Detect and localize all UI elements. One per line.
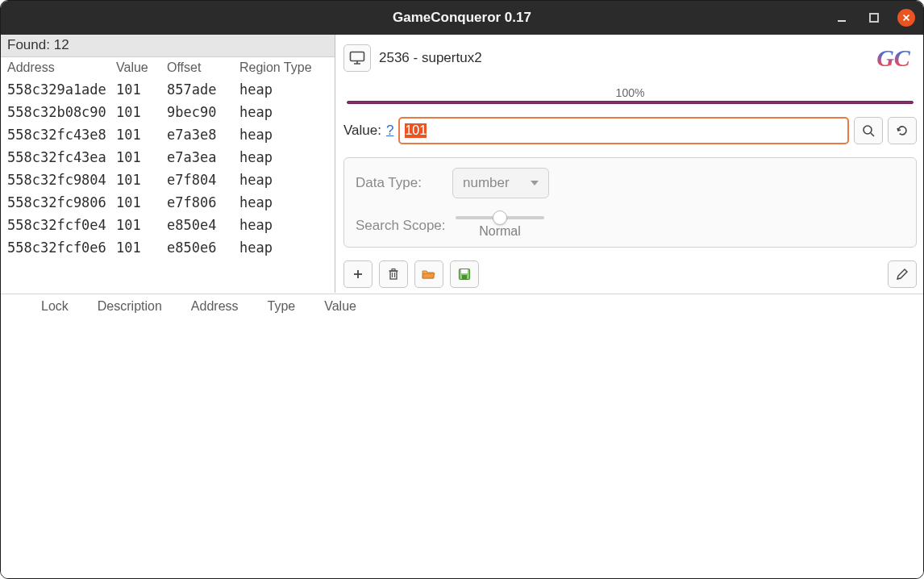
col-type[interactable]: Type [253, 299, 310, 314]
cell-address: 558c32fcf0e4 [7, 214, 116, 236]
value-label: Value: [343, 123, 381, 139]
found-count: 12 [54, 37, 69, 52]
found-text: Found: [7, 37, 50, 52]
scope-row: Search Scope: Normal [356, 210, 905, 239]
select-process-button[interactable] [343, 44, 371, 72]
col-value[interactable]: Value [310, 299, 371, 314]
cell-address: 558c329a1ade [7, 78, 116, 101]
cell-region: heap [239, 78, 328, 101]
cell-region: heap [239, 123, 328, 146]
close-button[interactable] [897, 9, 915, 27]
search-button[interactable] [854, 117, 883, 144]
cell-offset: e850e4 [167, 214, 239, 236]
reset-button[interactable] [888, 117, 917, 144]
cell-address: 558c32fc43e8 [7, 123, 116, 146]
cheat-table-body[interactable] [1, 319, 923, 578]
svg-rect-11 [390, 271, 397, 279]
save-button[interactable] [450, 260, 479, 288]
cell-value: 101 [116, 123, 167, 146]
cell-address: 558c32fc9806 [7, 191, 116, 214]
scope-value: Normal [479, 224, 521, 239]
cell-region: heap [239, 191, 328, 214]
table-row[interactable]: 558c329a1ade 101 857ade heap [1, 78, 335, 101]
table-row[interactable]: 558c32fc9806 101 e7f806 heap [1, 191, 335, 214]
scan-panel: 2536 - supertux2 GC 100% Value: ? [335, 35, 923, 293]
col-lock[interactable]: Lock [27, 299, 83, 314]
svg-rect-4 [351, 52, 364, 61]
progress-bar [347, 101, 914, 104]
table-row[interactable]: 558c32b08c90 101 9bec90 heap [1, 101, 335, 123]
results-body[interactable]: 558c329a1ade 101 857ade heap 558c32b08c9… [1, 78, 335, 259]
svg-rect-18 [462, 275, 467, 279]
table-row[interactable]: 558c32fc43e8 101 e7a3e8 heap [1, 123, 335, 146]
col-address[interactable]: Address [177, 299, 253, 314]
table-row[interactable]: 558c32fc43ea 101 e7a3ea heap [1, 146, 335, 169]
minimize-button[interactable] [833, 9, 851, 27]
col-description[interactable]: Description [83, 299, 177, 314]
col-address[interactable]: Address [7, 60, 116, 75]
folder-open-icon [422, 269, 436, 280]
value-row: Value: ? [343, 117, 917, 144]
cheat-toolbar [343, 260, 917, 288]
search-icon [862, 124, 875, 137]
cell-offset: e7a3ea [167, 146, 239, 169]
open-button[interactable] [414, 260, 443, 288]
value-help-link[interactable]: ? [386, 123, 393, 139]
plus-icon [352, 269, 364, 280]
window-title: GameConqueror 0.17 [393, 10, 531, 26]
cell-offset: 857ade [167, 78, 239, 101]
datatype-value: number [463, 175, 510, 191]
svg-point-7 [864, 126, 872, 134]
datatype-row: Data Type: number [356, 168, 905, 198]
process-row: 2536 - supertux2 GC [343, 40, 917, 77]
datatype-select[interactable]: number [452, 168, 549, 198]
options-box: Data Type: number Search Scope: Normal [343, 157, 917, 248]
add-button[interactable] [343, 260, 373, 288]
maximize-button[interactable] [865, 9, 883, 27]
delete-button[interactable] [379, 260, 408, 288]
cell-region: heap [239, 101, 328, 123]
cheat-table-header: Lock Description Address Type Value [1, 294, 923, 319]
cell-region: heap [239, 146, 328, 169]
table-row[interactable]: 558c32fcf0e6 101 e850e6 heap [1, 236, 335, 259]
table-row[interactable]: 558c32fcf0e4 101 e850e4 heap [1, 214, 335, 236]
cell-region: heap [239, 169, 328, 191]
memory-edit-button[interactable] [888, 260, 917, 288]
table-row[interactable]: 558c32fc9804 101 e7f804 heap [1, 169, 335, 191]
col-value[interactable]: Value [116, 60, 167, 75]
cell-value: 101 [116, 236, 167, 259]
monitor-icon [349, 51, 365, 65]
value-input[interactable] [398, 117, 849, 144]
datatype-label: Data Type: [356, 175, 452, 191]
svg-rect-1 [870, 14, 878, 22]
cell-offset: 9bec90 [167, 101, 239, 123]
titlebar: GameConqueror 0.17 [1, 1, 923, 35]
save-icon [458, 268, 471, 281]
col-offset[interactable]: Offset [167, 60, 239, 75]
results-panel: Found: 12 Address Value Offset Region Ty… [1, 35, 335, 293]
col-region[interactable]: Region Type [239, 60, 328, 75]
process-label: 2536 - supertux2 [379, 50, 482, 66]
cell-address: 558c32fcf0e6 [7, 236, 116, 259]
svg-rect-17 [461, 269, 468, 273]
app-window: GameConqueror 0.17 Found: 12 Address [0, 0, 924, 579]
scope-label: Search Scope: [356, 218, 452, 234]
cell-value: 101 [116, 101, 167, 123]
slider-thumb[interactable] [493, 210, 507, 225]
cell-offset: e7f806 [167, 191, 239, 214]
content: Found: 12 Address Value Offset Region Ty… [1, 35, 923, 578]
cell-address: 558c32b08c90 [7, 101, 116, 123]
window-controls [833, 9, 915, 27]
results-header-row: Address Value Offset Region Type [1, 57, 335, 78]
svg-line-8 [871, 133, 874, 136]
cell-value: 101 [116, 169, 167, 191]
trash-icon [388, 268, 399, 281]
svg-rect-15 [392, 269, 395, 271]
cell-offset: e850e6 [167, 236, 239, 259]
cell-value: 101 [116, 146, 167, 169]
found-label: Found: 12 [1, 35, 335, 57]
scope-slider[interactable] [456, 216, 544, 219]
cell-region: heap [239, 214, 328, 236]
cell-value: 101 [116, 214, 167, 236]
cell-address: 558c32fc9804 [7, 169, 116, 191]
